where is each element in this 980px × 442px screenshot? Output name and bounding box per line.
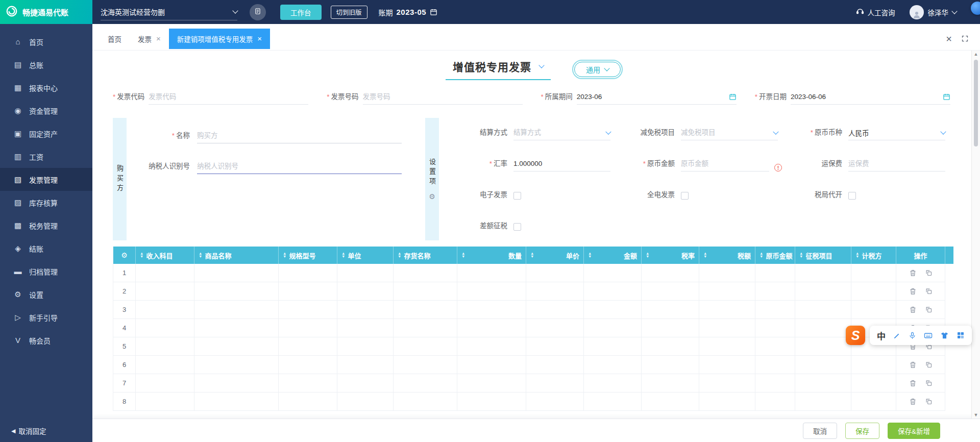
buyer-taxid-input[interactable]: [197, 162, 402, 170]
invoice-type-title-select[interactable]: 增值税专用发票: [446, 59, 551, 80]
vertical-scrollbar[interactable]: ▲ ▼: [971, 51, 980, 419]
table-cell[interactable]: [279, 374, 337, 392]
table-cell[interactable]: [394, 264, 457, 282]
report-circle-button[interactable]: [250, 4, 266, 20]
sort-icon[interactable]: ▲▼: [283, 252, 286, 259]
copy-row-icon[interactable]: [925, 361, 933, 369]
table-cell[interactable]: [337, 356, 394, 374]
table-cell[interactable]: [394, 374, 457, 392]
table-cell[interactable]: [795, 337, 851, 356]
table-cell[interactable]: [526, 392, 584, 411]
user-menu[interactable]: 徐泽华: [910, 5, 957, 19]
invoice-date-picker[interactable]: 2023-06-06: [791, 89, 950, 105]
table-cell[interactable]: [136, 337, 194, 356]
ime-language-toggle[interactable]: 中: [877, 329, 886, 342]
settlement-select[interactable]: [513, 125, 610, 140]
ime-logo[interactable]: S: [846, 326, 865, 345]
table-cell[interactable]: [584, 282, 642, 301]
table-cell[interactable]: [337, 374, 394, 392]
table-cell[interactable]: [642, 337, 699, 356]
electronic-invoice-checkbox[interactable]: [513, 192, 521, 200]
sort-icon[interactable]: ▲▼: [760, 252, 763, 259]
delete-row-icon[interactable]: [909, 306, 917, 313]
tab-0[interactable]: 首页: [100, 29, 130, 49]
invoice-code-input[interactable]: [149, 93, 308, 101]
period-date-picker[interactable]: 2023-06: [577, 89, 737, 105]
table-cell[interactable]: [642, 282, 699, 301]
table-cell[interactable]: [755, 282, 795, 301]
sidebar-item-4[interactable]: ▣固定资产: [0, 122, 92, 145]
table-cell[interactable]: [279, 282, 337, 301]
sidebar-item-0[interactable]: ⌂首页: [0, 30, 92, 53]
table-cell[interactable]: [136, 264, 194, 282]
currency-select[interactable]: 人民币: [848, 125, 945, 140]
table-cell[interactable]: [394, 301, 457, 319]
save-and-new-button[interactable]: 保存&新增: [888, 423, 940, 439]
column-header-2[interactable]: ▲▼规格型号: [279, 247, 337, 264]
table-cell[interactable]: [584, 301, 642, 319]
delete-row-icon[interactable]: [909, 269, 917, 277]
table-cell[interactable]: [457, 319, 526, 337]
table-cell[interactable]: [755, 264, 795, 282]
sidebar-item-8[interactable]: ▩税务管理: [0, 214, 92, 237]
delete-row-icon[interactable]: [909, 379, 917, 387]
column-header-13[interactable]: 操作: [896, 247, 945, 264]
table-cell[interactable]: [699, 319, 755, 337]
company-selector[interactable]: 沈海英测试经营勿删: [101, 4, 237, 20]
table-cell[interactable]: [526, 337, 584, 356]
table-cell[interactable]: [851, 392, 896, 411]
sidebar-item-6[interactable]: ▧发票管理: [0, 168, 92, 191]
microphone-icon[interactable]: [909, 332, 916, 339]
table-cell[interactable]: [795, 392, 851, 411]
table-cell[interactable]: [699, 282, 755, 301]
sort-icon[interactable]: ▲▼: [799, 252, 803, 259]
table-cell[interactable]: [457, 264, 526, 282]
column-header-6[interactable]: ▲▼单价: [526, 247, 584, 264]
table-cell[interactable]: [642, 374, 699, 392]
table-cell[interactable]: [642, 356, 699, 374]
tax-relief-input[interactable]: [681, 129, 772, 136]
sidebar-item-2[interactable]: ▦报表中心: [0, 76, 92, 99]
table-cell[interactable]: [584, 392, 642, 411]
delete-row-icon[interactable]: [909, 287, 917, 295]
invoice-number-input[interactable]: [363, 93, 523, 101]
table-cell[interactable]: [526, 282, 584, 301]
table-cell[interactable]: [394, 282, 457, 301]
table-cell[interactable]: [699, 301, 755, 319]
column-header-8[interactable]: ▲▼税率: [642, 247, 699, 264]
sort-icon[interactable]: ▲▼: [646, 252, 649, 259]
table-cell[interactable]: [755, 356, 795, 374]
sidebar-item-3[interactable]: ◉资金管理: [0, 99, 92, 122]
table-cell[interactable]: [642, 264, 699, 282]
sidebar-item-9[interactable]: ◈结账: [0, 237, 92, 260]
all-electric-invoice-checkbox[interactable]: [681, 192, 689, 200]
table-cell[interactable]: [526, 264, 584, 282]
delete-row-icon[interactable]: [909, 361, 917, 369]
sort-icon[interactable]: ▲▼: [461, 252, 465, 259]
table-cell[interactable]: [642, 392, 699, 411]
sidebar-item-12[interactable]: ▷新手引导: [0, 306, 92, 329]
fullscreen-icon[interactable]: [961, 35, 969, 42]
original-amount-input[interactable]: [681, 160, 769, 167]
table-cell[interactable]: [851, 374, 896, 392]
table-cell[interactable]: [642, 319, 699, 337]
table-cell[interactable]: [457, 301, 526, 319]
table-cell[interactable]: [851, 282, 896, 301]
table-cell[interactable]: [337, 319, 394, 337]
table-cell[interactable]: [851, 356, 896, 374]
sort-icon[interactable]: ▲▼: [199, 252, 202, 259]
table-cell[interactable]: [194, 282, 279, 301]
margin-tax-checkbox[interactable]: [513, 223, 521, 231]
table-cell[interactable]: [394, 356, 457, 374]
table-cell[interactable]: [279, 301, 337, 319]
table-cell[interactable]: [584, 374, 642, 392]
table-cell[interactable]: [337, 337, 394, 356]
save-button[interactable]: 保存: [845, 423, 879, 439]
cancel-button[interactable]: 取消: [803, 423, 837, 439]
settings-group-strip[interactable]: 设置项 ⚙: [425, 118, 439, 240]
column-header-4[interactable]: ▲▼存货名称: [394, 247, 457, 264]
pen-icon[interactable]: [893, 332, 901, 339]
unpin-sidebar-button[interactable]: ◀ 取消固定: [11, 426, 46, 436]
table-cell[interactable]: [795, 282, 851, 301]
table-cell[interactable]: [279, 264, 337, 282]
